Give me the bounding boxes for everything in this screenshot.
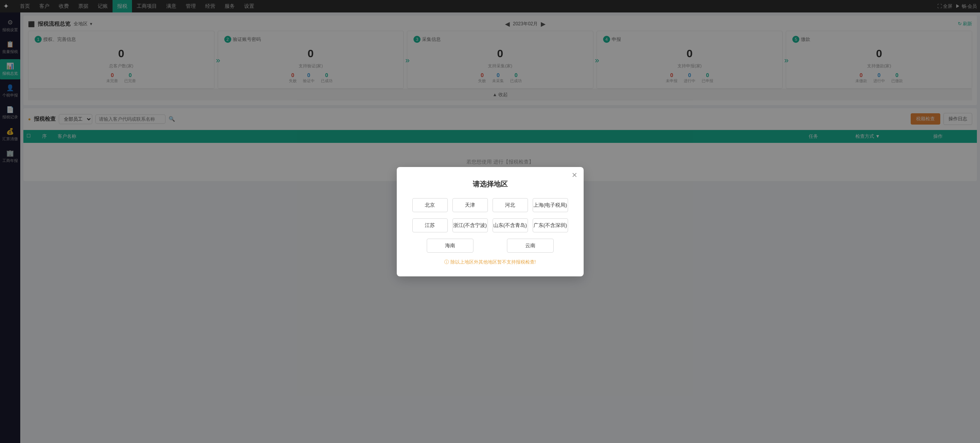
region-grid-row3: 海南 云南 — [412, 239, 568, 253]
region-btn-yunnan[interactable]: 云南 — [507, 239, 554, 253]
region-btn-tianjin[interactable]: 天津 — [452, 198, 488, 212]
region-grid-row1: 北京 天津 河北 上海(电子税局) — [412, 198, 568, 212]
region-btn-guangdong[interactable]: 广东(不含深圳) — [533, 218, 568, 232]
modal-title: 请选择地区 — [412, 179, 568, 189]
region-btn-jiangsu[interactable]: 江苏 — [412, 218, 448, 232]
region-btn-shanghai[interactable]: 上海(电子税局) — [533, 198, 568, 212]
modal-overlay[interactable]: ✕ 请选择地区 北京 天津 河北 上海(电子税局) 江苏 浙江(不含宁波) 山东… — [0, 0, 980, 443]
region-btn-hebei[interactable]: 河北 — [493, 198, 528, 212]
region-select-modal: ✕ 请选择地区 北京 天津 河北 上海(电子税局) 江苏 浙江(不含宁波) 山东… — [397, 167, 584, 276]
modal-warning: ⓘ 除以上地区外其他地区暂不支持报税检查! — [412, 259, 568, 265]
region-btn-shandong[interactable]: 山东(不含青岛) — [493, 218, 528, 232]
modal-warning-text: 除以上地区外其他地区暂不支持报税检查! — [450, 259, 536, 265]
region-btn-beijing[interactable]: 北京 — [412, 198, 448, 212]
region-btn-zhejiang[interactable]: 浙江(不含宁波) — [452, 218, 488, 232]
region-grid-row2: 江苏 浙江(不含宁波) 山东(不含青岛) 广东(不含深圳) — [412, 218, 568, 232]
region-btn-hainan[interactable]: 海南 — [427, 239, 473, 253]
modal-close-button[interactable]: ✕ — [572, 172, 577, 179]
warning-icon: ⓘ — [444, 259, 449, 265]
